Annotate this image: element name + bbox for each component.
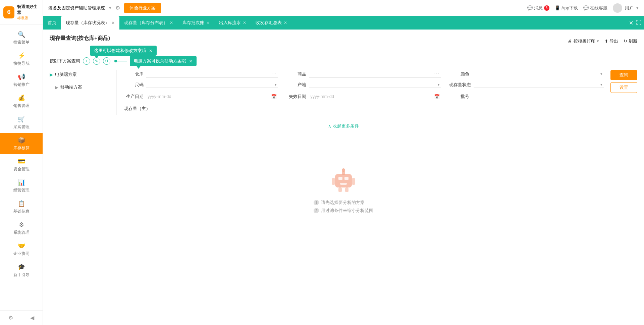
tab-receive-send[interactable]: 收发存汇总表✕ — [251, 16, 292, 30]
sidebar-item-operation[interactable]: 📊经营管理 — [0, 175, 43, 197]
mobile-scheme-item[interactable]: ▶ 移动端方案 — [50, 83, 111, 92]
tip-num-2: 2 — [314, 208, 319, 213]
refresh-scheme-btn[interactable]: ↺ — [103, 57, 110, 65]
sidebar-item-newuser[interactable]: 🎓新手引导 — [0, 260, 43, 281]
tip-num-1: 1 — [314, 200, 319, 205]
pc-scheme-item[interactable]: ▶ 电脑端方案 — [50, 70, 111, 79]
avatar — [613, 3, 622, 13]
tab-close-receive-send[interactable]: ✕ — [284, 20, 287, 25]
tab-inventory-dist[interactable]: 现存量（库存分布表）✕ — [119, 16, 178, 30]
size-filter-row: 尺码 ▾ — [123, 82, 278, 88]
edit-tooltip-close-btn[interactable]: ✕ — [149, 48, 153, 53]
sidebar-item-inventory[interactable]: 📦库存核算 — [0, 133, 43, 154]
guide-nav-label: 快捷导航 — [13, 61, 30, 66]
tab-close-in-out-flow[interactable]: ✕ — [243, 20, 246, 25]
user-area[interactable]: 用户 ▾ — [613, 3, 639, 13]
warehouse-dots[interactable]: ··· — [271, 71, 277, 77]
logo-text: 畅通道好生意 标准版 — [17, 4, 39, 20]
sidebar-item-basic[interactable]: 📋基础信息 — [0, 197, 43, 218]
logo-icon: 6 — [3, 6, 14, 18]
empty-tips: 1 请先选择要分析的方案 2 用过滤条件来缩小分析范围 — [314, 200, 373, 214]
user-label: 用户 — [625, 5, 634, 11]
operation-nav-label: 经营管理 — [13, 187, 30, 193]
collapse-icon: ∧ — [328, 124, 331, 129]
sidebar-item-finance[interactable]: 💳资金管理 — [0, 154, 43, 175]
filter-section: 按以下方案查询 + ✎ 这里可以创建和修改方案哦 ✕ ↺ — [50, 52, 637, 137]
tab-label-in-out-flow: 出入库流水 — [219, 20, 241, 26]
tab-home[interactable]: 首页 — [43, 16, 61, 30]
tab-close-inventory-dist[interactable]: ✕ — [170, 20, 173, 25]
expire-date-filter-row: 失效日期 yyyy-mm-dd 📅 — [286, 92, 441, 101]
mobile-scheme-arrow: ▶ — [55, 85, 58, 90]
sidebar-item-guide[interactable]: ⚡快捷导航 — [0, 49, 43, 70]
query-btn[interactable]: 查询 — [610, 70, 637, 80]
message-btn[interactable]: 💬 消息 6 — [527, 5, 549, 11]
expire-date-calendar-icon[interactable]: 📅 — [434, 94, 440, 99]
scheme-tooltip-close-btn[interactable]: ✕ — [189, 59, 193, 64]
sidebar-item-search[interactable]: 🔍搜索菜单 — [0, 28, 43, 49]
service-btn[interactable]: 💬 在线客服 — [583, 5, 607, 11]
sidebar-item-purchase[interactable]: 🛒采购管理 — [0, 112, 43, 133]
sales-nav-label: 销售管理 — [13, 103, 30, 109]
sidebar-item-sales[interactable]: 💰销售管理 — [0, 91, 43, 112]
stock-main-filter-row: 现存量（主） — — [123, 105, 231, 112]
filter-main-panel: 仓库 ··· 商品 ··· — [117, 70, 604, 115]
settings-icon[interactable]: ⚙ — [115, 5, 120, 11]
expire-date-label: 失效日期 — [286, 94, 306, 100]
produce-date-calendar-icon[interactable]: 📅 — [271, 94, 277, 99]
svg-rect-0 — [335, 174, 352, 187]
refresh-icon: ↻ — [624, 39, 627, 44]
app-icon: 📱 — [555, 5, 560, 10]
system-name-caret[interactable]: ▾ — [109, 5, 111, 10]
sidebar: 6 畅通道好生意 标准版 🔍搜索菜单⚡快捷导航📢营销推广💰销售管理🛒采购管理📦库… — [0, 0, 43, 325]
marketing-nav-label: 营销推广 — [13, 82, 30, 88]
print-caret: ▾ — [597, 39, 599, 44]
reset-btn[interactable]: 设置 — [610, 82, 637, 93]
batch-input[interactable] — [473, 93, 602, 100]
user-caret: ▾ — [636, 5, 639, 10]
edit-scheme-btn[interactable]: ✎ 这里可以创建和修改方案哦 ✕ — [93, 57, 100, 65]
settings-icon[interactable]: ⚙ — [8, 315, 13, 321]
tab-inventory-status[interactable]: 现存量（库存状况表）✕ — [61, 16, 119, 30]
color-filter-row: 颜色 ▾ — [449, 70, 604, 78]
tab-batch-ledger[interactable]: 库存批次账✕ — [178, 16, 214, 30]
tab-close-batch-ledger[interactable]: ✕ — [206, 20, 210, 25]
collapse-btn[interactable]: ∧ 收起更多条件 — [328, 123, 359, 129]
stock-status-caret[interactable]: ▾ — [600, 83, 602, 87]
goods-filter-row: 商品 ··· — [286, 70, 441, 78]
system-nav-label: 系统管理 — [13, 230, 30, 235]
expire-date-input[interactable]: yyyy-mm-dd — [310, 94, 334, 99]
app-download-btn[interactable]: 📱 App下载 — [555, 5, 578, 11]
sidebar-item-enterprise[interactable]: 🤝企业协同 — [0, 239, 43, 260]
app-label: App下载 — [561, 5, 578, 11]
sidebar-nav: 🔍搜索菜单⚡快捷导航📢营销推广💰销售管理🛒采购管理📦库存核算💳资金管理📊经营管理… — [0, 25, 43, 310]
goods-dots[interactable]: ··· — [434, 71, 439, 77]
guide-nav-icon: ⚡ — [18, 52, 25, 59]
filter-body: ▶ 电脑端方案 ▶ 移动端方案 仓库 — [50, 70, 637, 115]
template-print-btn[interactable]: 🖨 按模板打印 ▾ — [568, 38, 599, 44]
tab-label-home: 首页 — [48, 20, 56, 26]
trial-btn[interactable]: 体验行业方案 — [124, 3, 161, 13]
refresh-btn[interactable]: ↻ 刷新 — [624, 38, 637, 44]
add-scheme-btn[interactable]: + — [83, 57, 90, 65]
export-btn[interactable]: ⬆ 导出 — [604, 38, 618, 44]
color-caret[interactable]: ▾ — [600, 72, 602, 76]
tab-close-inventory-status[interactable]: ✕ — [111, 20, 115, 25]
close-all-tabs-icon[interactable]: ✕ — [629, 20, 633, 26]
collapse-sidebar-icon[interactable]: ◀ — [30, 315, 34, 321]
message-label: 消息 — [534, 5, 543, 11]
tab-label-receive-send: 收发存汇总表 — [256, 20, 282, 26]
size-caret[interactable]: ▾ — [275, 83, 277, 87]
fullscreen-icon[interactable]: ⛶ — [636, 20, 641, 26]
color-label: 颜色 — [449, 71, 469, 77]
sidebar-item-marketing[interactable]: 📢营销推广 — [0, 70, 43, 91]
stock-status-label: 现存量状态 — [449, 82, 471, 88]
origin-caret[interactable]: ▾ — [438, 83, 440, 87]
stock-status-filter-row: 现存量状态 ▾ — [449, 82, 604, 88]
svg-rect-1 — [338, 177, 342, 180]
scheme-tooltip-arrow — [137, 66, 141, 69]
tab-in-out-flow[interactable]: 出入库流水✕ — [214, 16, 251, 30]
sidebar-item-system[interactable]: ⚙系统管理 — [0, 218, 43, 239]
produce-date-input[interactable]: yyyy-mm-dd — [148, 94, 171, 99]
newuser-nav-icon: 🎓 — [18, 263, 25, 271]
